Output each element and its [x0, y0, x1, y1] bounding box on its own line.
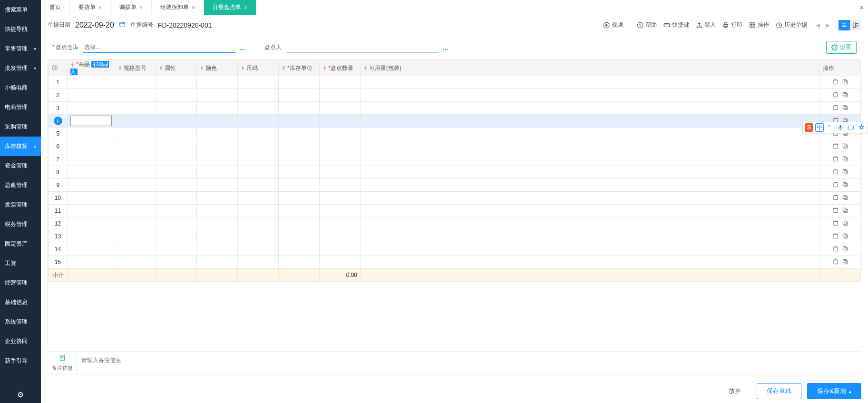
delete-row-icon[interactable] [832, 79, 839, 85]
tab-0[interactable]: 首页 [41, 0, 70, 15]
help-link[interactable]: ?帮助 [637, 21, 657, 29]
cell-attr[interactable] [156, 205, 197, 217]
cell-product[interactable] [68, 230, 115, 243]
cell-color[interactable] [197, 140, 238, 153]
cell-attr[interactable] [156, 256, 197, 269]
cell-product[interactable] [68, 76, 115, 89]
copy-row-icon[interactable] [842, 207, 848, 214]
cell-avail[interactable] [361, 179, 820, 192]
print-link[interactable]: 打印 [722, 21, 742, 29]
add-row-icon[interactable]: + [54, 117, 62, 125]
cell-qty[interactable] [320, 89, 361, 102]
copy-row-icon[interactable] [842, 258, 848, 265]
cell-qty[interactable] [320, 102, 361, 115]
delete-row-icon[interactable] [832, 194, 839, 201]
cell-attr[interactable] [156, 179, 197, 192]
cell-avail[interactable] [361, 102, 820, 115]
col-qty[interactable]: ▲▼*盘点数量 [320, 60, 361, 76]
table-row[interactable]: 9 [49, 179, 861, 192]
gear-icon[interactable]: ⚙ [17, 390, 24, 399]
copy-row-icon[interactable] [842, 220, 848, 226]
copy-row-icon[interactable] [842, 143, 848, 149]
sidebar-item-9[interactable]: 总账管理 [0, 176, 41, 195]
cell-unit[interactable] [279, 243, 320, 256]
delete-row-icon[interactable] [832, 207, 839, 214]
cell-size[interactable] [238, 243, 279, 256]
cell-size[interactable] [238, 128, 279, 140]
cell-attr[interactable] [156, 243, 197, 256]
cell-spec[interactable] [115, 166, 156, 179]
copy-row-icon[interactable] [842, 181, 848, 188]
ime-lang-icon[interactable]: 中 [815, 123, 824, 132]
delete-row-icon[interactable] [832, 181, 839, 188]
prev-doc-icon[interactable]: ◀ [814, 22, 822, 29]
delete-row-icon[interactable] [832, 143, 839, 149]
settings-button[interactable]: 设置 [826, 41, 857, 54]
counter-input[interactable] [286, 42, 439, 53]
col-settings[interactable] [49, 60, 68, 76]
cell-product[interactable] [68, 166, 115, 179]
cell-size[interactable] [238, 205, 279, 217]
cell-spec[interactable] [115, 153, 156, 166]
cell-qty[interactable] [320, 179, 361, 192]
date-value[interactable]: 2022-09-20 [75, 21, 114, 29]
close-icon[interactable]: × [98, 4, 102, 11]
cell-avail[interactable] [361, 166, 820, 179]
cell-avail[interactable] [361, 230, 820, 243]
cell-unit[interactable] [279, 140, 320, 153]
cell-qty[interactable] [320, 217, 361, 230]
table-row[interactable]: 1 [49, 76, 861, 89]
copy-row-icon[interactable] [842, 194, 848, 201]
copy-row-icon[interactable] [842, 168, 848, 175]
cell-spec[interactable] [115, 256, 156, 269]
cell-product[interactable] [68, 179, 115, 192]
sidebar-item-2[interactable]: 零售管理▾ [0, 39, 41, 59]
sidebar-item-16[interactable]: 系统管理 [0, 312, 41, 332]
cell-product[interactable] [68, 217, 115, 230]
discard-button[interactable]: 放弃 [719, 383, 751, 399]
cell-unit[interactable] [279, 89, 320, 102]
sidebar-item-0[interactable]: 搜索菜单 [0, 0, 41, 20]
sidebar-item-1[interactable]: 快捷导航 [0, 20, 41, 39]
cell-color[interactable] [197, 217, 238, 230]
cell-unit[interactable] [279, 128, 320, 140]
cell-qty[interactable] [320, 166, 361, 179]
cell-size[interactable] [238, 153, 279, 166]
ime-tool-icon[interactable] [857, 123, 866, 132]
cell-spec[interactable] [115, 179, 156, 192]
view-detail-icon[interactable] [850, 20, 861, 30]
video-link[interactable]: 视频 [603, 21, 623, 29]
tab-4[interactable]: 分量盘点单× [204, 0, 256, 15]
cell-unit[interactable] [279, 205, 320, 217]
cell-avail[interactable] [361, 243, 820, 256]
copy-row-icon[interactable] [842, 104, 848, 111]
sidebar-item-11[interactable]: 税务管理 [0, 215, 41, 234]
cell-unit[interactable] [279, 166, 320, 179]
cell-product[interactable] [68, 128, 115, 140]
cell-attr[interactable] [156, 192, 197, 205]
cell-unit[interactable] [279, 230, 320, 243]
delete-row-icon[interactable] [832, 246, 839, 252]
cell-size[interactable] [238, 115, 279, 128]
cell-qty[interactable] [320, 115, 361, 128]
cell-size[interactable] [238, 230, 279, 243]
table-row[interactable]: 7 [49, 153, 861, 166]
cell-qty[interactable] [320, 128, 361, 140]
col-attr[interactable]: ▲▼属性 [156, 60, 197, 76]
sidebar-item-10[interactable]: 发票管理 [0, 195, 41, 215]
cell-unit[interactable] [279, 153, 320, 166]
table-row[interactable]: + [49, 115, 861, 128]
sidebar-item-6[interactable]: 采购管理 [0, 117, 41, 137]
table-row[interactable]: 3 [49, 102, 861, 115]
table-row[interactable]: 11 [49, 205, 861, 217]
cell-unit[interactable] [279, 217, 320, 230]
sidebar-item-3[interactable]: 批发管理▾ [0, 59, 41, 78]
cell-size[interactable] [238, 76, 279, 89]
cell-size[interactable] [238, 179, 279, 192]
cell-avail[interactable] [361, 140, 820, 153]
copy-row-icon[interactable] [842, 156, 848, 162]
tab-2[interactable]: 调拨单× [111, 0, 152, 15]
cell-color[interactable] [197, 115, 238, 128]
table-row[interactable]: 15 [49, 256, 861, 269]
cell-product[interactable] [68, 243, 115, 256]
